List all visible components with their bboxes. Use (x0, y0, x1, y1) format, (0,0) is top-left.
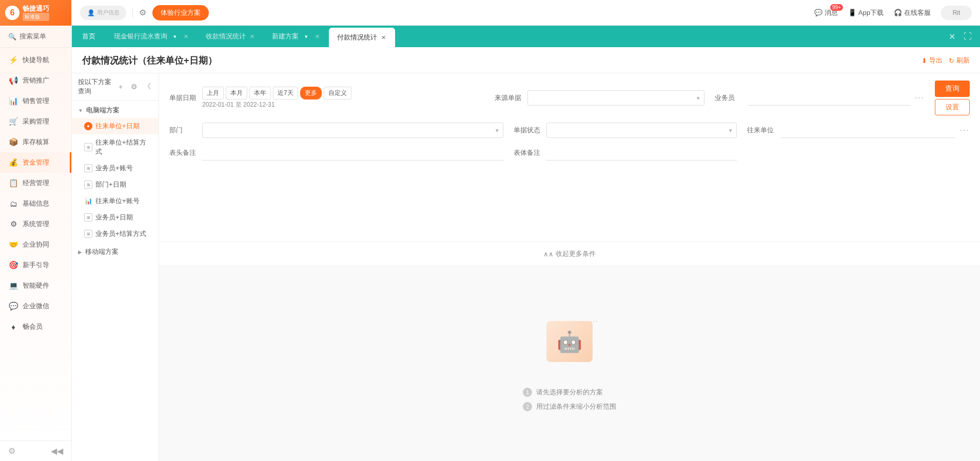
settings-query-button[interactable]: 设置 (935, 99, 970, 115)
staff-input[interactable] (748, 90, 911, 106)
doc-status-select[interactable]: ▾ (546, 123, 736, 138)
sidebar-item-finance[interactable]: 💰 资金管理 (0, 152, 71, 173)
collapse-more-button[interactable]: ∧∧ 收起更多条件 (537, 247, 602, 260)
sidebar-item-smart-hw[interactable]: 💻 智能硬件 (0, 275, 71, 296)
scheme-add-button[interactable]: + (115, 82, 126, 92)
topbar-online-service[interactable]: 🎧 在线客服 (894, 8, 931, 17)
date-btn-last-month[interactable]: 上月 (202, 87, 224, 99)
sidebar-item-quick-nav[interactable]: ⚡ 快捷导航 (0, 50, 71, 70)
scheme-icon-table: ⊞ (84, 143, 92, 151)
dept-arrow: ▾ (496, 127, 499, 134)
search-icon: 🔍 (8, 33, 16, 41)
doc-status-arrow: ▾ (729, 127, 732, 134)
tab-new-scheme-dropdown[interactable]: ▾ (302, 33, 311, 40)
body-note-label: 表体备注 (514, 148, 542, 157)
trial-btn[interactable]: 体验行业方案 (152, 5, 209, 21)
source-doc-label: 来源单据 (495, 93, 523, 103)
scheme-collapse-button[interactable]: 《 (142, 82, 152, 92)
search-menu-button[interactable]: 🔍 搜索菜单 (5, 30, 66, 43)
sidebar-item-member[interactable]: ♦ 畅会员 (0, 316, 71, 337)
scheme-item-counterpart-date[interactable]: ● 往来单位+日期 (72, 118, 159, 134)
scheme-item-staff-account[interactable]: ⊞ 业务员+账号 (72, 160, 159, 176)
tab-receivable[interactable]: 收款情况统计 ✕ (198, 26, 264, 47)
right-area: 单据日期 上月 本月 本年 近7天 更多 自定义 20 (159, 73, 980, 461)
scheme-item-staff-date[interactable]: ⊞ 业务员+日期 (72, 209, 159, 226)
scheme-panel-actions: + ⚙ 《 (115, 82, 152, 92)
tab-new-scheme-close[interactable]: ✕ (314, 32, 321, 41)
counterpart-dots-btn[interactable]: ··· (960, 126, 970, 135)
scheme-item-label: 业务员+账号 (95, 164, 133, 173)
staff-dots-btn[interactable]: ··· (915, 93, 925, 103)
date-btn-custom[interactable]: 自定义 (324, 87, 351, 99)
scheme-panel-title: 按以下方案查询 (78, 77, 115, 96)
sidebar-search-area: 🔍 搜索菜单 (0, 26, 71, 48)
sidebar-item-sales[interactable]: 📊 销售管理 (0, 91, 71, 111)
tab-receivable-close[interactable]: ✕ (249, 32, 256, 41)
service-icon: 🎧 (894, 9, 902, 16)
tab-bank-flow-close[interactable]: ✕ (183, 32, 189, 41)
date-btn-this-year[interactable]: 本年 (249, 87, 271, 99)
scheme-group-desktop-header[interactable]: ▼ 电脑端方案 (72, 103, 159, 118)
export-button[interactable]: ⬇ 导出 (922, 56, 943, 65)
sidebar-item-marketing[interactable]: 📢 营销推广 (0, 70, 71, 91)
query-button[interactable]: 查询 (935, 81, 970, 97)
tab-payment-stat[interactable]: 付款情况统计 ✕ (329, 28, 395, 47)
refresh-button[interactable]: ↻ 刷新 (949, 56, 970, 65)
tab-bank-flow[interactable]: 现金银行流水查询 ▾ ✕ (106, 26, 198, 47)
topbar-user[interactable]: 👤 用户信息 (80, 6, 126, 20)
source-doc-arrow: ▾ (697, 95, 700, 102)
sidebar-item-label: 营销推广 (23, 76, 49, 85)
sidebar-item-guide[interactable]: 🎯 新手引导 (0, 255, 71, 275)
sidebar-item-operation[interactable]: 📋 经营管理 (0, 173, 71, 193)
basic-info-icon: 🗂 (8, 198, 18, 209)
tab-payment-stat-close[interactable]: ✕ (380, 33, 387, 42)
tab-bank-flow-label: 现金银行流水查询 (114, 32, 167, 41)
tab-new-scheme[interactable]: 新建方案 ▾ ✕ (264, 26, 329, 47)
date-btn-7days[interactable]: 近7天 (273, 87, 298, 99)
scheme-item-label: 业务员+日期 (95, 213, 133, 222)
sidebar-item-wechat[interactable]: 💬 企业微信 (0, 296, 71, 316)
header-note-input[interactable] (202, 145, 503, 161)
hint-number-1: 1 (523, 388, 532, 397)
export-label: 导出 (929, 56, 943, 65)
topbar-app-download[interactable]: 📱 App下载 (848, 8, 884, 17)
topbar-avatar[interactable]: Rit (941, 6, 972, 20)
scheme-item-label: 部门+日期 (95, 180, 126, 189)
sidebar-item-basic-info[interactable]: 🗂 基础信息 (0, 193, 71, 214)
body-note-input[interactable] (546, 145, 736, 161)
sidebar: 6 畅捷通巧 标准版 🔍 搜索菜单 ⚡ 快捷导航 📢 营销推广 📊 销售管理 🛒… (0, 0, 72, 461)
source-doc-select[interactable]: ▾ (527, 90, 704, 106)
logo-icon: 6 (5, 6, 19, 20)
tab-payment-stat-label: 付款情况统计 (337, 33, 377, 42)
sidebar-item-inventory[interactable]: 📦 库存核算 (0, 132, 71, 152)
sidebar-item-purchase[interactable]: 🛒 采购管理 (0, 111, 71, 132)
sidebar-item-label: 库存核算 (23, 137, 49, 147)
scheme-item-dept-date[interactable]: ⊞ 部门+日期 (72, 176, 159, 193)
tab-home[interactable]: 首页 (72, 26, 106, 47)
topbar-messages[interactable]: 💬 消息 99+ (814, 8, 838, 17)
tab-dropdown-icon[interactable]: ▾ (170, 33, 180, 40)
topbar-settings-icon[interactable]: ⚙ (139, 8, 146, 17)
date-btn-this-month[interactable]: 本月 (226, 87, 247, 99)
scheme-item-counterpart-account[interactable]: 📊 往来单位+账号 (72, 193, 159, 209)
tabbar-expand-icon[interactable]: ⛶ (962, 30, 974, 43)
date-btn-more[interactable]: 更多 (300, 87, 322, 99)
staff-label: 业务员 (715, 93, 743, 103)
filter-dept-field: 部门 ▾ (169, 123, 503, 138)
sidebar-item-label: 资金管理 (23, 158, 49, 167)
counterpart-input[interactable] (780, 123, 956, 138)
scheme-settings-button[interactable]: ⚙ (129, 82, 139, 92)
scheme-item-counterpart-settle[interactable]: ⊞ 往来单位+结算方式 (72, 134, 159, 160)
footer-collapse-icon[interactable]: ◀◀ (51, 446, 63, 456)
dept-select[interactable]: ▾ (202, 123, 503, 138)
footer-settings-icon[interactable]: ⚙ (8, 446, 15, 456)
tabbar-actions: ✕ ⛶ (940, 30, 980, 44)
sidebar-item-enterprise[interactable]: 🤝 企业协同 (0, 234, 71, 255)
tabbar-close-icon[interactable]: ✕ (947, 30, 957, 44)
scheme-item-staff-settle[interactable]: ⊞ 业务员+结算方式 (72, 226, 159, 242)
messages-badge: 99+ (830, 4, 843, 11)
scheme-icon-table4: ⊞ (84, 213, 92, 222)
scheme-group-mobile[interactable]: ▶ 移动端方案 (72, 244, 159, 259)
sales-icon: 📊 (8, 96, 18, 106)
sidebar-item-sys-manage[interactable]: ⚙ 系统管理 (0, 214, 71, 234)
